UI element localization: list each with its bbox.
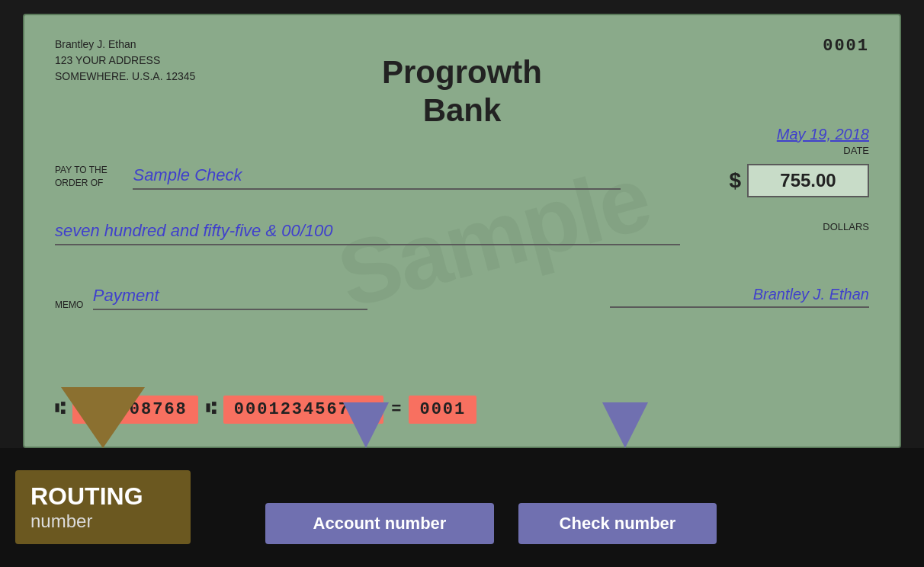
- check-arrow-icon: [602, 402, 648, 448]
- check-number-top: 0001: [823, 37, 869, 56]
- dollar-section: $ 755.00: [729, 164, 869, 197]
- payer-address2: SOMEWHERE. U.S.A. 12345: [55, 69, 195, 85]
- check-number-micr: 0001: [409, 396, 476, 424]
- account-number-label-box: Account number: [265, 503, 494, 544]
- pay-to-section: PAY TO THEORDER OF Sample Check $ 755.00: [55, 164, 869, 190]
- check-number-label-box: Check number: [518, 503, 717, 544]
- signature-value: Brantley J. Ethan: [753, 286, 869, 303]
- check-number-label: Check number: [560, 514, 676, 533]
- account-arrow-icon: [343, 402, 389, 448]
- routing-subtitle: number: [30, 511, 175, 532]
- written-amount: seven hundred and fifty-five & 00/100: [55, 221, 680, 245]
- check: Sample 0001 Brantley J. Ethan 123 YOUR A…: [23, 14, 901, 448]
- routing-label-box: ROUTING number: [15, 470, 191, 544]
- pay-to-name: Sample Check: [133, 165, 242, 184]
- routing-title: ROUTING: [30, 482, 175, 511]
- written-amount-section: seven hundred and fifty-five & 00/100 DO…: [55, 221, 869, 245]
- date-value: May 19, 2018: [777, 126, 869, 143]
- micr-section: ⑆ 091908768 ⑆ 000123456789 = 0001: [55, 396, 869, 424]
- date-label: DATE: [777, 145, 869, 156]
- memo-line: Payment: [93, 286, 367, 310]
- payer-name: Brantley J. Ethan: [55, 37, 195, 53]
- dollars-label: DOLLARS: [823, 221, 869, 232]
- date-section: May 19, 2018 DATE: [777, 126, 869, 156]
- amount-box: 755.00: [747, 164, 869, 197]
- signature-line: Brantley J. Ethan: [610, 286, 869, 308]
- memo-section: MEMO Payment Brantley J. Ethan: [55, 286, 869, 310]
- payer-info: Brantley J. Ethan 123 YOUR ADDRESS SOMEW…: [55, 37, 195, 85]
- memo-value: Payment: [93, 286, 159, 305]
- pay-to-label: PAY TO THEORDER OF: [55, 164, 124, 190]
- micr-separator: =: [391, 400, 401, 419]
- account-number-label: Account number: [313, 514, 447, 533]
- dollar-sign: $: [729, 168, 741, 193]
- routing-arrow-icon: [61, 387, 145, 448]
- bank-name: Progrowth Bank: [382, 53, 542, 130]
- memo-label: MEMO: [55, 300, 83, 310]
- micr-close-symbol: ⑆: [206, 400, 216, 419]
- payer-address1: 123 YOUR ADDRESS: [55, 53, 195, 69]
- pay-to-line: Sample Check: [133, 165, 621, 190]
